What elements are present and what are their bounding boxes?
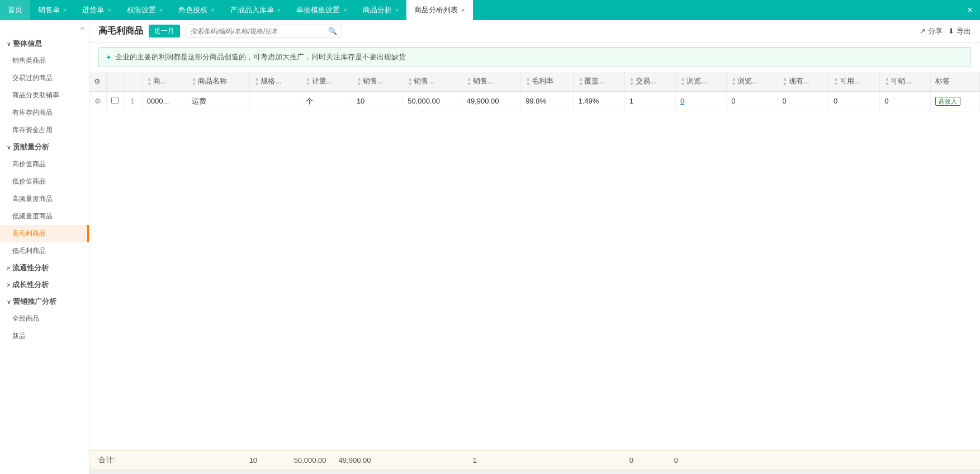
footer-values: 10 50,000.00 49,900.00 1 0 0 — [126, 456, 971, 464]
sidebar-item-traded-goods[interactable]: 交易过的商品 — [0, 69, 89, 87]
nav-close-product-entry[interactable]: × — [277, 7, 281, 13]
col-header-unit[interactable]: ▲▼计量... — [301, 72, 352, 91]
footer-label: 合计: — [98, 455, 115, 465]
export-icon: ⬇ — [948, 27, 954, 35]
nav-close-product-analysis[interactable]: × — [395, 7, 399, 13]
nav-item-product-analysis[interactable]: 商品分析× — [355, 0, 406, 20]
cell-sales_cost: 49,900.00 — [462, 91, 520, 111]
sidebar-collapse-button[interactable]: « — [0, 20, 89, 35]
sidebar-group-title-flow-analysis[interactable]: >流通性分析 — [0, 260, 89, 276]
nav-item-template-settings[interactable]: 单据模板设置× — [288, 0, 354, 20]
col-header-rownum — [123, 72, 142, 91]
sort-icon-trade: ▲▼ — [629, 77, 635, 87]
cell-tag: 高收入 — [931, 91, 980, 111]
cell-trade: 1 — [624, 91, 675, 111]
table-row: ⚙10000...运费个1050,000.0049,900.0099.8%1.4… — [89, 91, 980, 111]
window-close-button[interactable]: × — [960, 0, 980, 20]
sort-icon-sales_cost: ▲▼ — [467, 77, 472, 87]
nav-item-home[interactable]: 首页 — [0, 0, 30, 20]
nav-close-role-permission[interactable]: × — [211, 7, 214, 13]
export-button[interactable]: ⬇ 导出 — [948, 26, 971, 36]
cell-browse1[interactable]: 0 — [676, 91, 727, 111]
nav-close-purchase[interactable]: × — [107, 7, 111, 13]
row-number: 1 — [123, 91, 142, 111]
nav-close-template-settings[interactable]: × — [343, 7, 347, 13]
col-header-sales_qty[interactable]: ▲▼销售... — [352, 72, 403, 91]
nav-item-role-permission[interactable]: 角色授权× — [171, 0, 222, 20]
sort-icon-name: ▲▼ — [192, 77, 197, 87]
sort-icon-unit: ▲▼ — [306, 77, 311, 87]
table-container: ⚙▲▼商...▲▼商品名称▲▼规格...▲▼计量...▲▼销售...▲▼销售..… — [89, 72, 980, 450]
col-header-code[interactable]: ▲▼商... — [142, 72, 187, 91]
sidebar-item-low-freq-goods[interactable]: 低频量度商品 — [0, 208, 89, 225]
col-header-browse2[interactable]: ▲▼浏览... — [727, 72, 778, 91]
nav-item-product-analysis-list[interactable]: 商品分析列表× — [406, 0, 472, 20]
nav-item-sales[interactable]: 销售单× — [30, 0, 74, 20]
share-button[interactable]: ↗ 分享 — [920, 26, 943, 36]
table-body: ⚙10000...运费个1050,000.0049,900.0099.8%1.4… — [89, 91, 980, 111]
sidebar-item-goods-classify-help[interactable]: 商品分类助销率 — [0, 87, 89, 104]
sidebar-group-marketing-analysis: ∨营销推广分析全部商品新品 — [0, 293, 89, 345]
sort-icon-current_stock: ▲▼ — [783, 77, 788, 87]
nav-item-permission-setup[interactable]: 权限设置× — [119, 0, 171, 20]
sort-icon-sales_amount: ▲▼ — [408, 77, 413, 87]
cell-browse2: 0 — [727, 91, 778, 111]
share-icon: ↗ — [920, 27, 926, 35]
nav-close-permission-setup[interactable]: × — [159, 7, 163, 13]
sidebar-group-wealth-analysis: ∨贡献量分析高价值商品低价值商品高频量度商品低频量度商品高毛利商品低毛利商品 — [0, 139, 89, 260]
col-header-coverage[interactable]: ▲▼覆盖... — [574, 72, 624, 91]
tag-badge: 高收入 — [935, 97, 960, 106]
browse1-link[interactable]: 0 — [680, 97, 684, 105]
arrow-icon: ∨ — [7, 41, 11, 47]
row-checkbox[interactable] — [106, 91, 123, 111]
gear-icon[interactable]: ⚙ — [89, 91, 106, 111]
sidebar-item-high-value-goods[interactable]: 高价值商品 — [0, 156, 89, 173]
nav-close-sales[interactable]: × — [63, 7, 67, 13]
sidebar-group-title-marketing-analysis[interactable]: ∨营销推广分析 — [0, 293, 89, 310]
nav-item-purchase[interactable]: 进货单× — [74, 0, 119, 20]
col-header-trade[interactable]: ▲▼交易... — [624, 72, 675, 91]
col-header-current_stock[interactable]: ▲▼现有... — [778, 72, 828, 91]
sidebar-item-in-stock-goods[interactable]: 有库存的商品 — [0, 104, 89, 121]
data-table: ⚙▲▼商...▲▼商品名称▲▼规格...▲▼计量...▲▼销售...▲▼销售..… — [89, 72, 980, 111]
cell-unit: 个 — [301, 91, 352, 111]
sidebar-item-stock-capital-occupy[interactable]: 库存资金占用 — [0, 121, 89, 139]
nav-item-product-entry[interactable]: 产成品入库单× — [222, 0, 288, 20]
info-banner: ✦ 企业的主要的利润都是这部分商品创造的，可考虑加大推广，同时关注库存是不要出现… — [98, 47, 971, 67]
sort-icon-sales_qty: ▲▼ — [357, 77, 362, 87]
col-header-sales_cost[interactable]: ▲▼销售... — [462, 72, 520, 91]
sidebar-item-sales-goods[interactable]: 销售类商品 — [0, 52, 89, 69]
top-navigation: 首页销售单×进货单×权限设置×角色授权×产成品入库单×单据模板设置×商品分析×商… — [0, 0, 980, 20]
cell-current_stock: 0 — [778, 91, 828, 111]
col-header-name[interactable]: ▲▼商品名称 — [187, 72, 250, 91]
col-header-sales_amount[interactable]: ▲▼销售... — [403, 72, 462, 91]
sidebar-item-low-value-goods[interactable]: 低价值商品 — [0, 173, 89, 190]
sidebar-group-overall-info: ∨整体信息销售类商品交易过的商品商品分类助销率有库存的商品库存资金占用 — [0, 35, 89, 139]
cell-available: 0 — [828, 91, 879, 111]
sort-icon-browse2: ▲▼ — [731, 77, 736, 87]
col-header-sellable[interactable]: ▲▼可销... — [880, 72, 931, 91]
sidebar-group-title-overall-info[interactable]: ∨整体信息 — [0, 35, 89, 52]
cell-code: 0000... — [142, 91, 187, 111]
col-header-browse1[interactable]: ▲▼浏览... — [676, 72, 727, 91]
col-header-gross_rate[interactable]: ▲▼毛利率 — [521, 72, 574, 91]
sidebar-group-title-wealth-analysis[interactable]: ∨贡献量分析 — [0, 139, 89, 156]
sort-icon-browse1: ▲▼ — [680, 77, 685, 87]
col-header-checkbox — [106, 72, 123, 91]
sidebar-item-low-margin-goods[interactable]: 低毛利商品 — [0, 242, 89, 260]
col-header-spec[interactable]: ▲▼规格... — [250, 72, 301, 91]
sidebar-item-high-margin-goods[interactable]: 高毛利商品 — [0, 225, 89, 242]
search-icon[interactable]: 🔍 — [328, 27, 337, 35]
collapse-icon: « — [81, 24, 84, 32]
sidebar-group-title-growth-analysis[interactable]: >成长性分析 — [0, 276, 89, 293]
col-header-available[interactable]: ▲▼可用... — [828, 72, 879, 91]
horizontal-scrollbar[interactable] — [89, 470, 980, 474]
search-input[interactable] — [191, 27, 325, 35]
footer-sales-qty: 10 — [249, 456, 283, 464]
sidebar-item-all-goods[interactable]: 全部商品 — [0, 310, 89, 327]
sidebar-item-high-freq-goods[interactable]: 高频量度商品 — [0, 190, 89, 208]
sort-icon-spec: ▲▼ — [254, 77, 259, 87]
nav-close-product-analysis-list[interactable]: × — [461, 7, 465, 13]
sidebar-item-new-goods[interactable]: 新品 — [0, 327, 89, 345]
time-filter-button[interactable]: 近一月 — [149, 25, 180, 37]
